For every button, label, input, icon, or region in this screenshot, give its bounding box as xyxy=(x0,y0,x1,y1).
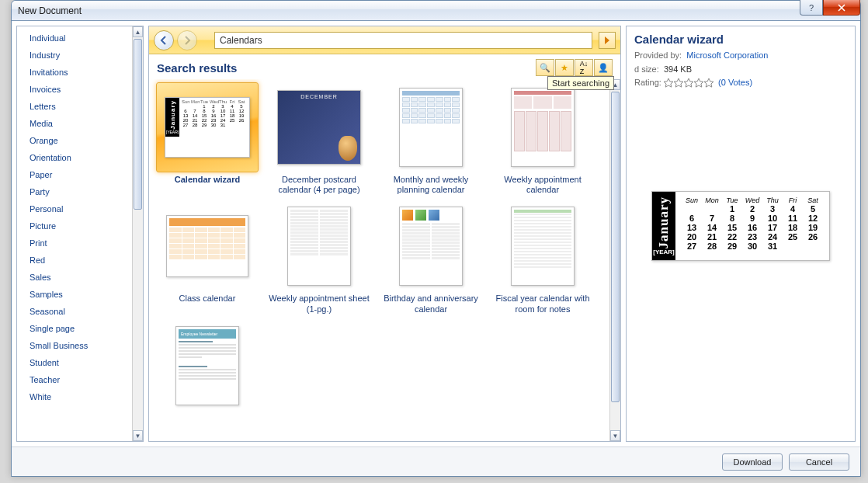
download-button[interactable]: Download xyxy=(722,453,783,471)
sidebar-item[interactable]: Invitations xyxy=(28,64,132,81)
sidebar-item[interactable]: Picture xyxy=(28,217,132,235)
user-filter-button[interactable]: 👤 xyxy=(594,59,613,76)
results-heading: Search results xyxy=(157,61,237,75)
dow: Fri xyxy=(783,196,803,204)
votes-link[interactable]: (0 Votes) xyxy=(718,78,752,87)
preview-meta: Provided by: Microsoft Corporation d siz… xyxy=(634,49,847,90)
sidebar-item[interactable]: Paper xyxy=(28,166,132,183)
template-item[interactable]: Monthly and weekly planning calendar xyxy=(377,82,484,195)
template-caption: Monthly and weekly planning calendar xyxy=(377,172,484,195)
sidebar-item[interactable]: Samples xyxy=(28,286,132,303)
sidebar-item[interactable]: Small Business xyxy=(28,337,132,354)
template-item[interactable]: Fiscal year calendar with room for notes xyxy=(489,201,596,314)
rating-label: Rating: xyxy=(634,78,661,87)
dow: Thu xyxy=(762,196,783,204)
sidebar-item[interactable]: Print xyxy=(28,235,132,252)
provided-by-label: Provided by: xyxy=(634,50,682,60)
sidebar-item[interactable]: Media xyxy=(28,115,132,132)
new-document-dialog: New Document ? Individual Industry Invit… xyxy=(11,0,861,477)
sidebar-item[interactable]: Orange xyxy=(28,132,132,149)
results-grid: January[YEAR] SunMonTueWedThuFriSat 1234… xyxy=(149,79,609,441)
size-label: d size: xyxy=(634,64,659,74)
dow: Sun xyxy=(682,196,702,204)
navigation-bar xyxy=(149,26,620,54)
year-label: [YEAR] xyxy=(166,130,179,134)
template-item[interactable]: DECEMBER December postcard calendar (4 p… xyxy=(266,82,373,195)
star-icon xyxy=(704,78,713,88)
template-caption: December postcard calendar (4 per page) xyxy=(266,172,373,195)
scroll-thumb[interactable] xyxy=(611,92,620,402)
preview-month: January xyxy=(656,196,672,248)
sidebar-item[interactable]: Invoices xyxy=(28,81,132,98)
sidebar-scrollbar[interactable]: ▲ ▼ xyxy=(132,26,143,441)
sidebar-item[interactable]: Industry xyxy=(28,47,132,64)
forward-button[interactable] xyxy=(177,30,197,50)
provided-by-link[interactable]: Microsoft Corporation xyxy=(686,50,768,60)
sidebar-item[interactable]: Orientation xyxy=(28,149,132,166)
sidebar-item[interactable]: Individual xyxy=(28,30,132,47)
template-caption: Weekly appointment sheet (1-pg.) xyxy=(266,291,373,314)
star-icon xyxy=(694,78,703,88)
month-label: January xyxy=(169,100,176,130)
person-icon: 👤 xyxy=(598,63,609,73)
preview-year: [YEAR] xyxy=(653,248,675,255)
window-title: New Document xyxy=(18,5,82,16)
titlebar[interactable]: New Document ? xyxy=(12,1,860,21)
zoom-button[interactable]: 🔍 xyxy=(536,59,554,76)
template-caption: Class calendar xyxy=(178,291,238,313)
preview-title: Calendar wizard xyxy=(634,33,847,46)
search-go-button[interactable] xyxy=(599,32,616,49)
scroll-up-icon[interactable]: ▲ xyxy=(133,26,143,37)
help-button[interactable]: ? xyxy=(800,0,823,16)
template-item[interactable]: Weekly appointment calendar xyxy=(489,82,596,195)
results-pane: Search results 🔍 ★ A↓Z 👤 Start searching xyxy=(148,26,621,442)
magnify-icon: 🔍 xyxy=(540,63,550,73)
template-caption xyxy=(206,411,209,433)
preview-thumbnail: January[YEAR] SunMonTueWedThuFriSat 1234… xyxy=(651,191,830,261)
sidebar-item[interactable]: Party xyxy=(28,183,132,200)
search-input[interactable] xyxy=(215,35,592,46)
category-sidebar: Individual Industry Invitations Invoices… xyxy=(16,26,144,442)
template-item[interactable]: Weekly appointment sheet (1-pg.) xyxy=(266,201,373,314)
close-button[interactable] xyxy=(823,0,860,16)
star-icon xyxy=(664,78,673,88)
template-item[interactable]: Birthday and anniversary calendar xyxy=(377,201,484,314)
results-grid-wrap: January[YEAR] SunMonTueWedThuFriSat 1234… xyxy=(149,79,620,441)
category-list: Individual Industry Invitations Invoices… xyxy=(17,26,132,441)
sidebar-item[interactable]: Student xyxy=(28,354,132,371)
scroll-down-icon[interactable]: ▼ xyxy=(610,430,620,441)
size-value: 394 KB xyxy=(664,64,692,74)
sidebar-item[interactable]: Letters xyxy=(28,98,132,115)
sidebar-item[interactable]: Teacher xyxy=(28,371,132,388)
results-scrollbar[interactable]: ▲ ▼ xyxy=(609,79,620,441)
template-item[interactable]: Class calendar xyxy=(154,201,261,314)
star-icon: ★ xyxy=(561,63,568,73)
star-icon xyxy=(684,78,693,88)
dialog-footer: Download Cancel xyxy=(12,447,860,476)
sidebar-item[interactable]: Personal xyxy=(28,200,132,217)
help-icon: ? xyxy=(809,3,814,12)
template-item-calendar-wizard[interactable]: January[YEAR] SunMonTueWedThuFriSat 1234… xyxy=(154,82,261,195)
dow: Sat xyxy=(803,196,823,204)
scroll-down-icon[interactable]: ▼ xyxy=(133,430,143,441)
scroll-thumb[interactable] xyxy=(134,39,142,210)
dow: Mon xyxy=(702,196,722,204)
cancel-button[interactable]: Cancel xyxy=(789,453,849,471)
preview-pane: Calendar wizard Provided by: Microsoft C… xyxy=(626,26,856,442)
template-caption: Calendar wizard xyxy=(173,172,241,194)
sidebar-item[interactable]: Seasonal xyxy=(28,303,132,320)
sidebar-item[interactable]: Single page xyxy=(28,320,132,337)
arrow-right-icon xyxy=(602,36,612,45)
back-button[interactable] xyxy=(154,30,174,50)
arrow-right-icon xyxy=(182,36,192,45)
rating-stars xyxy=(664,78,713,88)
sort-az-icon: A↓Z xyxy=(580,60,589,75)
template-item[interactable]: Employee Newsletter xyxy=(154,321,261,433)
favorites-button[interactable]: ★ xyxy=(555,59,574,76)
sidebar-item[interactable]: Sales xyxy=(28,269,132,286)
sidebar-item[interactable]: White xyxy=(28,388,132,405)
sort-button[interactable]: A↓Z xyxy=(575,59,593,76)
dow: Wed xyxy=(742,196,762,204)
sidebar-item[interactable]: Red xyxy=(28,252,132,269)
results-header: Search results 🔍 ★ A↓Z 👤 Start searching xyxy=(149,54,620,79)
